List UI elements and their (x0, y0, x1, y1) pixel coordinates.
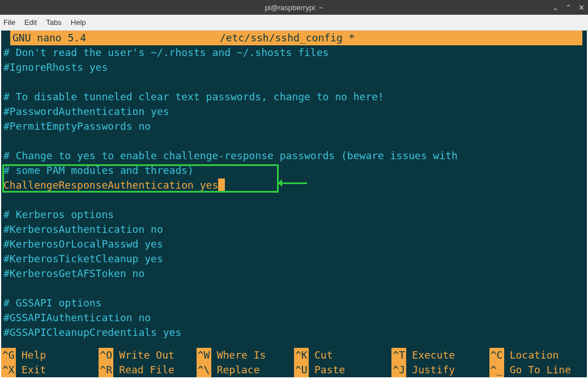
shortcuts-bar: ^GHelp ^OWrite Out ^WWhere Is ^KCut ^TEx… (1, 348, 587, 377)
editor-line (3, 193, 585, 207)
shortcut-exit: ^XExit (1, 363, 99, 377)
menu-file[interactable]: File (3, 18, 15, 27)
editor-line: #KerberosGetAFSToken no (3, 266, 585, 281)
editor-line: # To disable tunneled clear text passwor… (3, 90, 585, 104)
editor-line: #IgnoreRhosts yes (3, 60, 585, 75)
shortcut-writeout: ^OWrite Out (99, 348, 196, 363)
editor-content[interactable]: # Don't read the user's ~/.rhosts and ~/… (1, 45, 587, 355)
terminal[interactable]: GNU nano 5.4 /etc/ssh/sshd_config * # Do… (1, 31, 587, 377)
editor-line: # Kerberos options (3, 207, 585, 222)
editor-line: # some PAM modules and threads) (3, 163, 585, 178)
editor-line: #KerberosOrLocalPasswd yes (3, 237, 585, 252)
shortcut-help: ^GHelp (1, 348, 99, 363)
editor-line: #PasswordAuthentication yes (3, 104, 585, 119)
editor-line (3, 75, 585, 90)
window-controls: ⌄ ⌃ ✕ (552, 3, 585, 12)
menu-edit[interactable]: Edit (24, 18, 37, 27)
shortcut-replace: ^\Replace (197, 363, 294, 377)
shortcut-paste: ^UPaste (294, 363, 391, 377)
editor-line-highlighted: ChallengeResponseAuthentication yes (3, 179, 218, 191)
close-icon[interactable]: ✕ (578, 3, 585, 12)
shortcut-whereis: ^WWhere Is (197, 348, 294, 363)
highlighted-line: ChallengeResponseAuthentication yes (3, 178, 585, 193)
editor-line: # Don't read the user's ~/.rhosts and ~/… (3, 45, 585, 60)
editor-line: #GSSAPIAuthentication no (3, 310, 585, 325)
shortcut-justify: ^JJustify (391, 363, 489, 377)
menubar: File Edit Tabs Help (0, 15, 588, 31)
shortcut-gotoline: ^_Go To Line (489, 363, 587, 377)
shortcut-location: ^CLocation (489, 348, 587, 363)
editor-line: #GSSAPICleanupCredentials yes (3, 325, 585, 340)
editor-line: # Change to yes to enable challenge-resp… (3, 148, 585, 163)
menu-tabs[interactable]: Tabs (46, 18, 61, 27)
nano-header: GNU nano 5.4 /etc/ssh/sshd_config * (10, 31, 582, 45)
editor-line: #KerberosAuthentication no (3, 222, 585, 237)
editor-line: #PermitEmptyPasswords no (3, 119, 585, 134)
editor-line: #KerberosTicketCleanup yes (3, 252, 585, 266)
minimize-icon[interactable]: ⌄ (552, 3, 559, 12)
window-title: pi@raspberrypi: ~ (265, 3, 323, 12)
menu-help[interactable]: Help (71, 18, 86, 27)
shortcut-execute: ^TExecute (391, 348, 489, 363)
nano-version: GNU nano 5.4 (10, 31, 220, 45)
editor-line (3, 134, 585, 148)
nano-filename: /etc/ssh/sshd_config * (220, 31, 355, 45)
annotation-arrow (279, 182, 307, 184)
editor-line: # GSSAPI options (3, 296, 585, 310)
maximize-icon[interactable]: ⌃ (565, 3, 572, 12)
shortcut-readfile: ^RRead File (99, 363, 196, 377)
titlebar: pi@raspberrypi: ~ ⌄ ⌃ ✕ (0, 0, 588, 15)
shortcut-cut: ^KCut (294, 348, 391, 363)
shortcut-row: ^GHelp ^OWrite Out ^WWhere Is ^KCut ^TEx… (1, 348, 587, 363)
editor-line (3, 281, 585, 296)
text-cursor (218, 178, 225, 191)
shortcut-row: ^XExit ^RRead File ^\Replace ^UPaste ^JJ… (1, 363, 587, 377)
